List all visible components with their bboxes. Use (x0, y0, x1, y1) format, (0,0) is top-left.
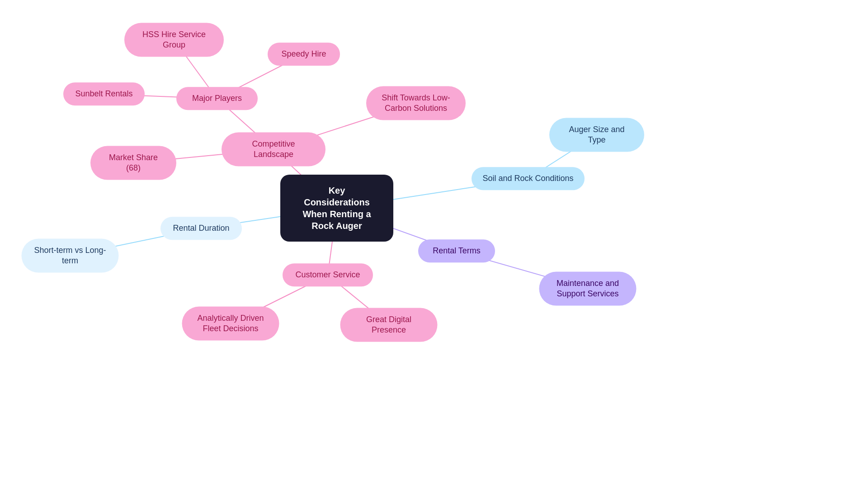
node-major_players: Major Players (176, 87, 258, 110)
node-maintenance_support: Maintenance and Support Services (539, 272, 637, 306)
mindmap-container: Key Considerations When Renting a Rock A… (0, 0, 868, 490)
node-analytically_driven: Analytically Driven Fleet Decisions (182, 307, 279, 341)
node-sunbelt_rentals: Sunbelt Rentals (63, 82, 145, 105)
node-great_digital: Great Digital Presence (340, 308, 438, 342)
node-competitive_landscape: Competitive Landscape (222, 133, 326, 167)
node-rental_terms: Rental Terms (418, 239, 495, 262)
node-market_share: Market Share (68) (90, 146, 176, 180)
node-soil_rock: Soil and Rock Conditions (472, 167, 585, 190)
node-hss_hire: HSS Hire Service Group (124, 23, 224, 57)
node-rental_duration: Rental Duration (160, 217, 242, 240)
node-center: Key Considerations When Renting a Rock A… (280, 175, 393, 242)
node-speedy_hire: Speedy Hire (268, 43, 340, 66)
node-short_term: Short-term vs Long-term (22, 239, 119, 273)
node-shift_low_carbon: Shift Towards Low-Carbon Solutions (366, 86, 466, 120)
node-auger_size: Auger Size and Type (549, 118, 644, 152)
node-customer_service: Customer Service (283, 263, 373, 286)
